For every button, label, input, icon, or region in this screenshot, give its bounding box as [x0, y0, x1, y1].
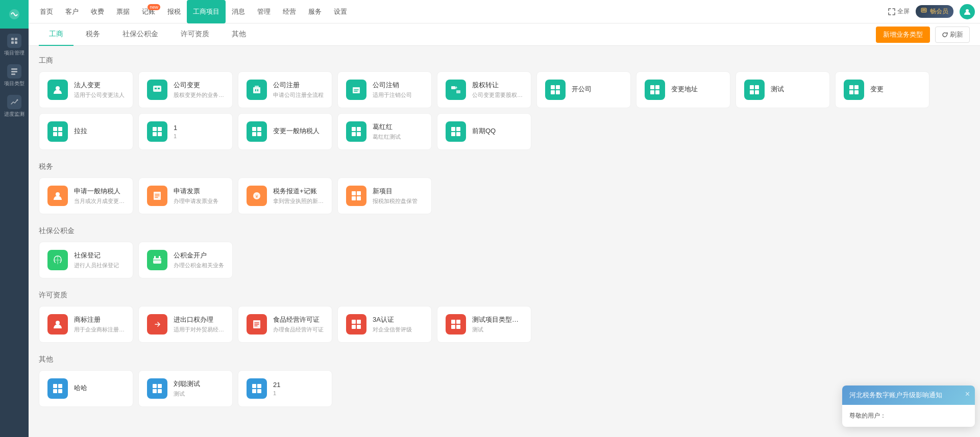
tab-gongshang[interactable]: 工商 — [39, 23, 74, 46]
card-shangbiao[interactable]: 商标注册 用于企业商标注册服务 — [39, 306, 133, 343]
card-one[interactable]: 1 1 — [138, 113, 233, 150]
card-text: 社保登记 进行人员社保登记 — [74, 251, 125, 269]
card-haha[interactable]: 哈哈 — [39, 370, 133, 407]
svg-rect-72 — [352, 325, 356, 329]
fullscreen-btn[interactable]: 全屏 — [888, 7, 910, 16]
nav-manage[interactable]: 管理 — [251, 0, 277, 23]
card-biangeng2[interactable]: 变更 — [835, 71, 929, 108]
tab-shuiwu[interactable]: 税务 — [76, 23, 110, 46]
card-name: 申请发票 — [174, 187, 224, 196]
tab-shebao[interactable]: 社保公积金 — [112, 23, 168, 46]
svg-rect-37 — [53, 127, 57, 131]
svg-rect-78 — [53, 384, 57, 388]
nav-invoice[interactable]: 票据 — [110, 0, 136, 23]
svg-rect-70 — [352, 320, 356, 324]
card-gongsi-zhuce[interactable]: 公司注册 申请公司注册全流程 — [238, 71, 332, 108]
topnav: 首页 客户 收费 票据 记账 new 报税 工商项目 消息 管理 经营 服务 设… — [29, 0, 980, 23]
nav-operation[interactable]: 经营 — [277, 0, 302, 23]
nav-tax[interactable]: 报税 — [161, 0, 187, 23]
card-shenqing-納税[interactable]: 申请一般纳税人 当月或次月成变更完成 — [39, 177, 133, 214]
xuke-section: 许可资质 商标注册 用于企业商标注册服务 进出口权 — [39, 291, 970, 343]
svg-rect-52 — [357, 132, 361, 136]
svg-rect-27 — [650, 90, 654, 94]
card-shenqing-fapiao[interactable]: 申请发票 办理申请发票业务 — [138, 177, 233, 214]
card-text: 开公司 — [572, 85, 622, 95]
vip-button[interactable]: 畅会员 — [916, 5, 953, 18]
tabbar-actions: 新增业务类型 刷新 — [876, 27, 970, 43]
card-biangeng-dizhi[interactable]: 变更地址 — [636, 71, 730, 108]
card-tax-jizhang[interactable]: ¥ 税务报道+记账 拿到营业执照的新公司 — [238, 177, 332, 214]
card-name: 新项目 — [373, 187, 423, 196]
card-icon — [147, 314, 167, 335]
card-shipin-xuke[interactable]: 食品经营许可证 办理食品经营许可证 — [238, 306, 332, 343]
sidebar-item-project-type[interactable]: 项目类型 — [0, 59, 29, 90]
nav-bizproject[interactable]: 工商项目 — [187, 0, 226, 23]
svg-rect-29 — [750, 85, 754, 89]
card-icon — [147, 186, 167, 206]
card-lala[interactable]: 拉拉 — [39, 113, 133, 150]
card-gongsi-zhuxiao[interactable]: 公司注销 适用于注销公司 — [337, 71, 432, 108]
sidebar-item-progress-monitor[interactable]: 进度监测 — [0, 90, 29, 120]
card-text: 哈哈 — [74, 383, 125, 394]
card-desc: 用于企业商标注册服务 — [74, 326, 125, 333]
card-gongsi-biangeng[interactable]: 公司变更 股权变更外的业务变更 — [138, 71, 233, 108]
card-name: 刘聪测试 — [174, 379, 224, 389]
nav-accounting[interactable]: 记账 new — [136, 0, 161, 23]
card-desc: 测试 — [472, 326, 523, 333]
card-name: 公司注册 — [273, 81, 324, 90]
card-new-project[interactable]: 新项目 报税加税控盘保管 — [337, 177, 432, 214]
svg-rect-20 — [456, 90, 460, 93]
card-jinchugou[interactable]: 进出口权办理 适用于对外贸易经营者 — [138, 306, 233, 343]
notification-close-button[interactable]: × — [965, 390, 970, 399]
card-biangeng-納税[interactable]: 变更一般纳税人 — [238, 113, 332, 150]
card-icon — [147, 80, 167, 100]
card-21[interactable]: 21 1 — [238, 370, 332, 407]
nav-message[interactable]: 消息 — [226, 0, 251, 23]
nav-settings[interactable]: 设置 — [328, 0, 353, 23]
svg-rect-55 — [451, 132, 455, 136]
card-desc: 报税加税控盘保管 — [373, 197, 423, 205]
card-gehonghong[interactable]: 葛红红 葛红红测试 — [337, 113, 432, 150]
card-qianqi-qq[interactable]: 前期QQ — [437, 113, 531, 150]
card-text: 21 1 — [273, 381, 324, 396]
card-faren-biangeng[interactable]: 法人变更 适用于公司变更法人 — [39, 71, 133, 108]
nav-billing[interactable]: 收费 — [85, 0, 110, 23]
other-section-title: 其他 — [39, 355, 970, 364]
card-ceshi-define[interactable]: 测试项目类型自定义 测试 — [437, 306, 531, 343]
card-3a[interactable]: 3A认证 对企业信誉评级 — [337, 306, 432, 343]
nav-home[interactable]: 首页 — [34, 0, 59, 23]
card-kai-gongsi[interactable]: 开公司 — [536, 71, 631, 108]
add-type-button[interactable]: 新增业务类型 — [876, 27, 930, 43]
card-liucong-test[interactable]: 刘聪测试 测试 — [138, 370, 233, 407]
card-icon — [346, 80, 366, 100]
sidebar-item-label: 进度监测 — [4, 111, 24, 117]
notification-title: 河北税务数字账户升级影响通知 — [849, 391, 942, 399]
svg-rect-28 — [655, 90, 659, 94]
notification-body: 尊敬的用户： — [842, 405, 975, 427]
card-icon — [844, 80, 864, 100]
card-text: 股权转让 公司变更需要股权转让 — [472, 81, 523, 99]
sidebar-item-project-mgmt[interactable]: 项目管理 — [0, 29, 29, 59]
svg-rect-6 — [11, 73, 15, 75]
tab-other[interactable]: 其他 — [222, 23, 256, 46]
tab-xuke[interactable]: 许可资质 — [170, 23, 219, 46]
card-guquan-zhuanrang[interactable]: 股权转让 公司变更需要股权转让 — [437, 71, 531, 108]
sidebar-logo[interactable] — [0, 0, 29, 29]
nav-service[interactable]: 服务 — [302, 0, 328, 23]
refresh-button[interactable]: 刷新 — [935, 27, 970, 43]
svg-rect-2 — [11, 41, 14, 44]
card-ceshi[interactable]: 测试 — [736, 71, 830, 108]
topnav-right: 全屏 畅会员 — [888, 4, 975, 19]
svg-rect-67 — [159, 256, 160, 259]
card-text: 测试 — [771, 85, 821, 95]
sidebar: 项目管理 项目类型 进度监测 — [0, 0, 29, 437]
svg-rect-54 — [456, 127, 460, 131]
card-icon — [247, 121, 267, 142]
card-shebao-dengji[interactable]: 社保登记 进行人员社保登记 — [39, 242, 133, 278]
nav-customer[interactable]: 客户 — [59, 0, 85, 23]
card-gjj-kaihu[interactable]: 公积金开户 办理公积金相关业务 — [138, 242, 233, 278]
svg-rect-73 — [357, 325, 361, 329]
user-avatar[interactable] — [960, 4, 975, 19]
card-desc: 申请公司注册全流程 — [273, 91, 324, 99]
card-text: 公司注销 适用于注销公司 — [373, 81, 423, 99]
